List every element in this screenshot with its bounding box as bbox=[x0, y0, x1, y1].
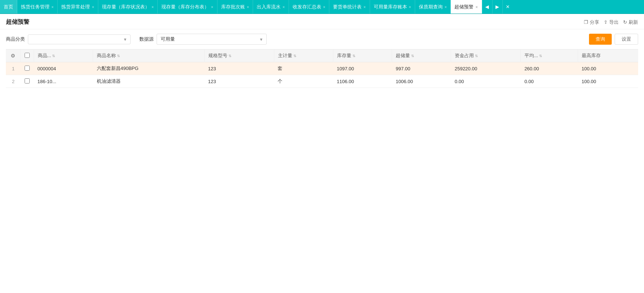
col-gear: ⚙ bbox=[6, 49, 21, 62]
col-max-stock-label: 最高库存 bbox=[582, 52, 601, 59]
col-avg[interactable]: 平均... ⇅ bbox=[521, 49, 578, 62]
nav-tab-expiry-close[interactable]: × bbox=[444, 5, 447, 9]
nav-tab-home[interactable]: 首页 bbox=[0, 0, 17, 14]
nav-tab-stock-dist-label: 现存量（库存分布表） bbox=[161, 4, 209, 10]
col-avg-label: 平均... bbox=[524, 52, 538, 59]
nav-tab-expiry[interactable]: 保质期查询 × bbox=[415, 0, 451, 14]
col-unit-label: 主计量 bbox=[278, 52, 292, 59]
nav-tab-inout-close[interactable]: × bbox=[282, 5, 285, 9]
nav-tab-batch-close[interactable]: × bbox=[247, 5, 249, 9]
nav-tab-stock-status[interactable]: 现存量（库存状况表） × bbox=[98, 0, 158, 14]
share-button[interactable]: ❐ 分享 bbox=[584, 19, 599, 26]
set-button[interactable]: 设置 bbox=[615, 34, 638, 45]
nav-tab-abnormal[interactable]: 拣货异常处理 × bbox=[58, 0, 98, 14]
nav-tab-order-stats-close[interactable]: × bbox=[363, 5, 366, 9]
col-product-code-sort-icon: ⇅ bbox=[52, 54, 55, 58]
category-filter-label: 商品分类 bbox=[6, 36, 25, 42]
row-avg: 260.00 bbox=[521, 62, 578, 75]
col-spec[interactable]: 规格型号 ⇅ bbox=[204, 49, 274, 62]
row-product-code: 186-10... bbox=[34, 75, 93, 88]
col-unit-sort-icon: ⇅ bbox=[293, 54, 296, 58]
filter-buttons: 查询 设置 bbox=[589, 34, 638, 45]
refresh-label: 刷新 bbox=[629, 19, 638, 26]
export-icon: ⇧ bbox=[604, 19, 608, 25]
col-product-name-label: 商品名称 bbox=[97, 52, 116, 59]
page-header: 超储预警 ❐ 分享 ⇧ 导出 ↻ 刷新 bbox=[0, 14, 644, 29]
nav-tab-summary-close[interactable]: × bbox=[323, 5, 325, 9]
nav-tab-stock-dist[interactable]: 现存量（库存分布表） × bbox=[158, 0, 217, 14]
category-select[interactable]: ▾ bbox=[28, 34, 131, 44]
nav-close-arrow[interactable]: ✕ bbox=[502, 0, 513, 14]
col-over-stock[interactable]: 超储量 ⇅ bbox=[392, 49, 451, 62]
nav-tab-available-label: 可用量库存账本 bbox=[374, 4, 407, 10]
nav-tab-batch[interactable]: 库存批次账 × bbox=[217, 0, 253, 14]
export-button[interactable]: ⇧ 导出 bbox=[604, 19, 619, 26]
nav-tab-overstock[interactable]: 超储预警 × bbox=[451, 0, 482, 14]
nav-tab-inout[interactable]: 出入库流水 × bbox=[253, 0, 289, 14]
row-stock: 1097.00 bbox=[333, 62, 392, 75]
col-avg-sort-icon: ⇅ bbox=[539, 54, 542, 58]
table-body: 1 0000004 六配套新昌490BPG 123 套 1097.00 997.… bbox=[6, 62, 638, 88]
share-icon: ❐ bbox=[584, 19, 588, 25]
header-actions: ❐ 分享 ⇧ 导出 ↻ 刷新 bbox=[584, 19, 638, 26]
row-unit: 套 bbox=[274, 62, 333, 75]
col-product-name[interactable]: 商品名称 ⇅ bbox=[93, 49, 205, 62]
col-capital[interactable]: 资金占用 ⇅ bbox=[451, 49, 521, 62]
nav-tab-stock-status-close[interactable]: × bbox=[151, 5, 154, 9]
nav-tab-stock-dist-close[interactable]: × bbox=[211, 5, 213, 9]
row-capital: 259220.00 bbox=[451, 62, 521, 75]
row-max-stock: 100.00 bbox=[578, 75, 638, 88]
nav-tab-stock-status-label: 现存量（库存状况表） bbox=[102, 4, 150, 10]
nav-tab-task[interactable]: 拣货任务管理 × bbox=[17, 0, 58, 14]
nav-tab-overstock-label: 超储预警 bbox=[454, 4, 473, 10]
datasource-select[interactable]: 可用量 ▾ bbox=[157, 34, 267, 45]
nav-tab-summary-label: 收发存汇总表 bbox=[293, 4, 321, 10]
col-product-code[interactable]: 商品... ⇅ bbox=[34, 49, 93, 62]
nav-tab-available[interactable]: 可用量库存账本 × bbox=[370, 0, 415, 14]
nav-tab-overstock-close[interactable]: × bbox=[475, 5, 477, 9]
export-label: 导出 bbox=[609, 19, 619, 26]
col-max-stock[interactable]: 最高库存 bbox=[578, 49, 638, 62]
nav-tab-abnormal-close[interactable]: × bbox=[92, 5, 94, 9]
row-number: 2 bbox=[6, 75, 21, 88]
datasource-filter: 数据源 可用量 ▾ bbox=[139, 34, 267, 45]
col-stock[interactable]: 库存量 ⇅ bbox=[333, 49, 392, 62]
row-spec: 123 bbox=[204, 62, 274, 75]
row-unit: 个 bbox=[274, 75, 333, 88]
col-stock-label: 库存量 bbox=[337, 52, 351, 59]
col-capital-sort-icon: ⇅ bbox=[475, 54, 478, 58]
table-row: 1 0000004 六配套新昌490BPG 123 套 1097.00 997.… bbox=[6, 62, 638, 75]
category-filter: 商品分类 ▾ bbox=[6, 34, 131, 44]
row-product-name: 机油滤清器 bbox=[93, 75, 205, 88]
nav-tab-order-stats[interactable]: 要货单统计表 × bbox=[329, 0, 370, 14]
refresh-button[interactable]: ↻ 刷新 bbox=[623, 19, 638, 26]
col-product-name-sort-icon: ⇅ bbox=[117, 54, 120, 58]
table-gear-icon[interactable]: ⚙ bbox=[11, 53, 15, 59]
col-capital-label: 资金占用 bbox=[455, 52, 474, 59]
row-checkbox-cell bbox=[21, 75, 34, 88]
col-spec-label: 规格型号 bbox=[208, 52, 227, 59]
col-unit[interactable]: 主计量 ⇅ bbox=[274, 49, 333, 62]
nav-tab-inout-label: 出入库流水 bbox=[257, 4, 281, 10]
page-container: 超储预警 ❐ 分享 ⇧ 导出 ↻ 刷新 商品分类 ▾ 数据源 bbox=[0, 14, 644, 293]
page-title: 超储预警 bbox=[6, 18, 29, 26]
row-product-name: 六配套新昌490BPG bbox=[93, 62, 205, 75]
top-navigation: 首页 拣货任务管理 × 拣货异常处理 × 现存量（库存状况表） × 现存量（库存… bbox=[0, 0, 644, 14]
row-checkbox[interactable] bbox=[25, 66, 30, 71]
col-over-stock-label: 超储量 bbox=[396, 52, 410, 59]
nav-tab-summary[interactable]: 收发存汇总表 × bbox=[289, 0, 329, 14]
row-stock: 1106.00 bbox=[333, 75, 392, 88]
query-button[interactable]: 查询 bbox=[589, 34, 612, 45]
nav-prev-arrow[interactable]: ◀ bbox=[482, 0, 492, 14]
select-all-checkbox[interactable] bbox=[25, 53, 30, 58]
col-checkbox bbox=[21, 49, 34, 62]
datasource-chevron-icon: ▾ bbox=[260, 37, 263, 42]
nav-next-arrow[interactable]: ▶ bbox=[492, 0, 502, 14]
row-checkbox[interactable] bbox=[25, 78, 30, 84]
row-spec: 123 bbox=[204, 75, 274, 88]
nav-tab-available-close[interactable]: × bbox=[409, 5, 411, 9]
nav-tab-task-close[interactable]: × bbox=[51, 5, 54, 9]
row-over-stock: 997.00 bbox=[392, 62, 451, 75]
col-over-stock-sort-icon: ⇅ bbox=[411, 54, 414, 58]
col-spec-sort-icon: ⇅ bbox=[228, 54, 231, 58]
